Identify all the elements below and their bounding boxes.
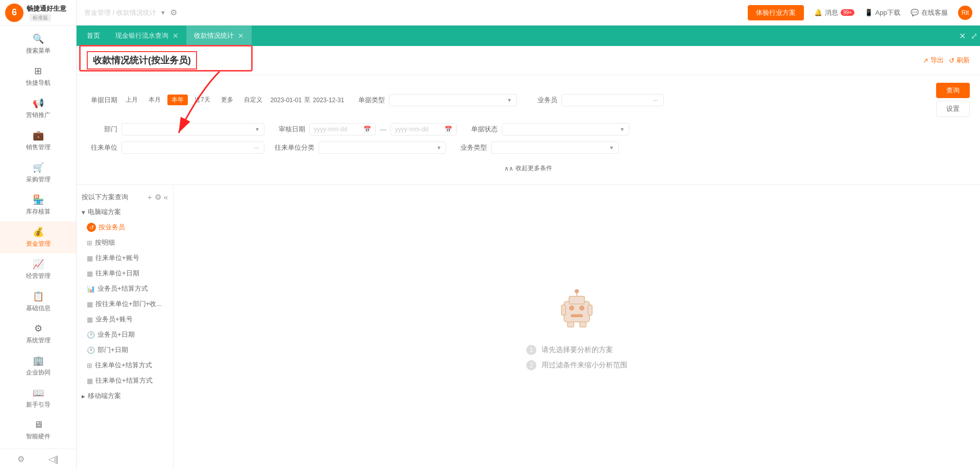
scheme-add-icon[interactable]: + <box>148 193 152 202</box>
salesperson-filter: 业务员 ··· <box>527 94 664 106</box>
review-date-from[interactable]: yyyy-mm-dd 📅 <box>309 123 376 135</box>
date-tab-7days[interactable]: 近7天 <box>190 95 214 105</box>
window-close-icon[interactable]: ✕ <box>959 31 966 41</box>
app-download-action[interactable]: 📱 App下载 <box>865 8 900 17</box>
scheme-item-8[interactable]: 🕐 部门+日期 <box>77 342 173 358</box>
partner-select[interactable]: ··· <box>121 142 264 154</box>
scheme-icon-6: ▦ <box>87 316 93 323</box>
content-area: 按以下方案查询 + ⚙ « ▾ 电脑端方案 ↺ <box>77 185 980 469</box>
tab-receipts-close[interactable]: ✕ <box>238 32 244 40</box>
date-tab-custom[interactable]: 自定义 <box>240 95 266 105</box>
dept-select[interactable]: ▾ <box>121 123 264 135</box>
chevron-down-icon4: ▾ <box>437 144 440 151</box>
partner-category-label: 往来单位分类 <box>275 143 314 152</box>
collapse-filter-button[interactable]: ∧∧ 收起更多条件 <box>87 160 970 177</box>
scheme-item-9[interactable]: ⊞ 往来单位+结算方式 <box>77 358 173 373</box>
sidebar-footer: ⚙ ◁‖ <box>0 449 76 469</box>
messages-badge: 99+ <box>841 9 854 16</box>
collapse-label: 收起更多条件 <box>516 164 552 173</box>
empty-steps: 1 请先选择要分析的方案 2 用过滤条件来缩小分析范围 <box>526 345 627 370</box>
scheme-item-1[interactable]: ⊞ 按明细 <box>77 235 173 250</box>
trial-button[interactable]: 体验行业方案 <box>748 5 804 20</box>
salesperson-select[interactable]: ··· <box>561 94 664 106</box>
tab-home[interactable]: 首页 <box>79 31 108 40</box>
doc-status-select[interactable]: ▾ <box>502 123 629 135</box>
scheme-icon-7: 🕐 <box>87 331 95 339</box>
chevron-right-scheme: ▸ <box>82 392 85 400</box>
date-tab-this-year[interactable]: 本年 <box>167 95 188 105</box>
sidebar-item-system[interactable]: ⚙ 系统管理 <box>0 318 76 350</box>
logo-icon: 6 <box>5 4 23 22</box>
dept-filter: 部门 ▾ <box>87 123 264 135</box>
scheme-panel-header: 按以下方案查询 + ⚙ « <box>77 190 173 204</box>
nav-icon: ⊞ <box>34 65 42 77</box>
date-from: 2023-01-01 <box>271 97 302 104</box>
tab-cashflow[interactable]: 现金银行流水查询 ✕ <box>108 26 186 46</box>
scheme-item-6[interactable]: ▦ 业务员+账号 <box>77 312 173 327</box>
page-header: 收款情况统计(按业务员) ↗ 导出 ↺ 刷新 <box>77 46 980 75</box>
sidebar-item-operations[interactable]: 📈 经营管理 <box>0 253 76 286</box>
gear-settings-icon[interactable]: ⚙ <box>170 8 177 17</box>
scheme-icon-1: ⊞ <box>87 239 92 247</box>
scheme-item-10[interactable]: ▦ 往来单位+结算方式 <box>77 373 173 388</box>
refresh-button[interactable]: ↺ 刷新 <box>949 56 970 65</box>
calendar-icon2: 📅 <box>445 126 452 133</box>
date-tab-last-month[interactable]: 上月 <box>121 95 142 105</box>
scheme-group-label: 电脑端方案 <box>88 207 121 217</box>
svg-rect-6 <box>588 305 592 315</box>
sidebar-item-nav[interactable]: ⊞ 快捷导航 <box>0 60 76 92</box>
collapse-sidebar-icon[interactable]: ◁‖ <box>48 454 59 464</box>
scheme-item-4[interactable]: 📊 业务员+结算方式 <box>77 281 173 296</box>
collapse-up-icon: ∧∧ <box>504 165 513 172</box>
user-avatar[interactable]: Rit <box>958 6 972 20</box>
sidebar-item-marketing[interactable]: 📢 营销推广 <box>0 92 76 125</box>
setting-button[interactable]: 设置 <box>936 101 970 117</box>
messages-action[interactable]: 🔔 消息 99+ <box>814 8 854 17</box>
window-maximize-icon[interactable]: ⤢ <box>971 31 977 41</box>
svg-rect-8 <box>580 322 586 327</box>
scheme-item-label: 按明细 <box>95 238 115 247</box>
scheme-item-2[interactable]: ▦ 往来单位+账号 <box>77 250 173 266</box>
review-date-to[interactable]: yyyy-mm-dd 📅 <box>390 123 457 135</box>
scheme-group-desktop-title[interactable]: ▾ 电脑端方案 <box>77 204 173 220</box>
main-content: 资金管理 / 收款情况统计 ▾ ⚙ 体验行业方案 🔔 消息 99+ 📱 App下… <box>77 0 980 469</box>
tab-receipts[interactable]: 收款情况统计 ✕ <box>186 26 252 46</box>
export-button[interactable]: ↗ 导出 <box>923 56 944 65</box>
date-tab-more[interactable]: 更多 <box>217 95 237 105</box>
sidebar-item-finance[interactable]: 💰 资金管理 <box>0 221 76 253</box>
date-label: 单据日期 <box>87 96 117 105</box>
app-download-label: App下载 <box>875 8 900 17</box>
sidebar-item-corp[interactable]: 🏢 企业协同 <box>0 350 76 382</box>
scheme-item-3[interactable]: ▦ 往来单位+日期 <box>77 266 173 281</box>
sidebar-item-label: 企业协同 <box>26 368 51 377</box>
scheme-group-mobile-title[interactable]: ▸ 移动端方案 <box>77 388 173 404</box>
sidebar-item-guide[interactable]: 📖 新手引导 <box>0 382 76 414</box>
sidebar-item-hardware[interactable]: 🖥 智能硬件 <box>0 414 76 446</box>
biz-type-select[interactable]: ▾ <box>491 142 619 154</box>
sidebar-item-baseinfo[interactable]: 📋 基础信息 <box>0 286 76 318</box>
sidebar-item-sales[interactable]: 💼 销售管理 <box>0 125 76 157</box>
partner-category-select[interactable]: ▾ <box>318 142 446 154</box>
scheme-collapse-icon[interactable]: « <box>164 193 168 202</box>
sidebar-item-inventory[interactable]: 🏪 库存核算 <box>0 189 76 221</box>
scheme-icon-5: ▦ <box>87 300 93 308</box>
filter-row-1: 单据日期 上月 本月 本年 近7天 更多 自定义 2023-01-01 至 <box>87 83 970 117</box>
scheme-item-7[interactable]: 🕐 业务员+日期 <box>77 327 173 342</box>
tab-cashflow-close[interactable]: ✕ <box>173 32 179 40</box>
svg-rect-7 <box>568 322 574 327</box>
sidebar-item-search[interactable]: 🔍 搜索菜单 <box>0 28 76 60</box>
query-button[interactable]: 查询 <box>936 83 970 98</box>
scheme-item-0[interactable]: ↺ 按业务员 <box>77 220 173 235</box>
settings-icon[interactable]: ⚙ <box>17 454 24 464</box>
scheme-gear-icon[interactable]: ⚙ <box>155 193 161 202</box>
doc-type-select[interactable]: ▾ <box>389 94 517 106</box>
sidebar-item-purchase[interactable]: 🛒 采购管理 <box>0 157 76 189</box>
date-tab-this-month[interactable]: 本月 <box>144 95 165 105</box>
online-service-action[interactable]: 💬 在线客服 <box>911 8 948 17</box>
refresh-label: 刷新 <box>957 56 970 65</box>
chevron-down-icon3: ▾ <box>621 126 624 133</box>
scheme-item-label: 部门+日期 <box>97 345 128 355</box>
dropdown-icon[interactable]: ▾ <box>161 9 165 16</box>
logo-title: 畅捷通好生意 <box>27 4 66 13</box>
scheme-item-5[interactable]: ▦ 按往来单位+部门+收... <box>77 296 173 312</box>
